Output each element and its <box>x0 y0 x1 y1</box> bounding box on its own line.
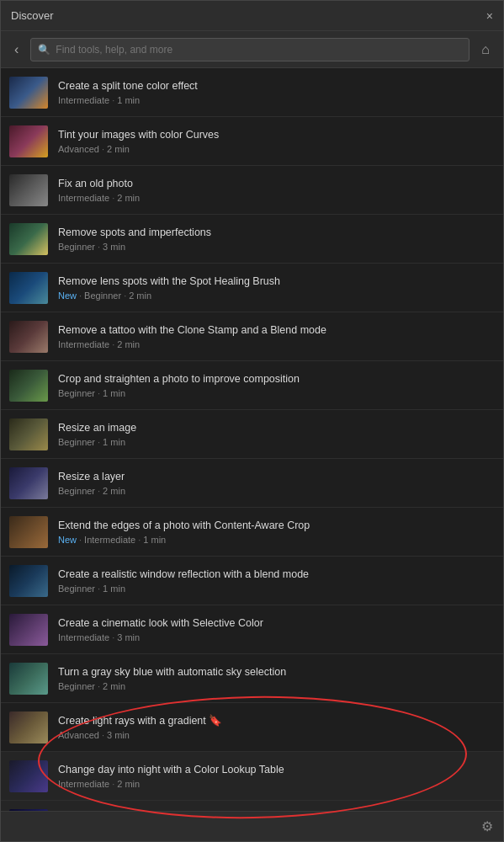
item-title: Create light rays with a gradient 🔖 <box>58 714 493 727</box>
item-meta: Advanced·2 min <box>58 144 493 154</box>
search-input[interactable] <box>56 44 462 56</box>
item-meta: Intermediate·2 min <box>58 779 493 789</box>
item-meta: Advanced·3 min <box>58 730 493 740</box>
item-level: Beginner <box>84 290 121 301</box>
item-time: 2 min <box>117 779 140 789</box>
item-info: Tint your images with color CurvesAdvanc… <box>58 128 493 154</box>
list-item[interactable]: Extend the edges of a photo with Content… <box>1 508 503 557</box>
item-meta: Intermediate·2 min <box>58 193 493 203</box>
thumbnail <box>9 125 48 157</box>
list-item[interactable]: Create light rays with a gradient 🔖Advan… <box>1 703 503 752</box>
thumbnail <box>9 467 48 499</box>
item-time: 3 min <box>117 632 140 642</box>
meta-separator2: · <box>98 437 100 447</box>
item-time: 2 min <box>117 193 140 203</box>
list-item[interactable]: Fix an old photoIntermediate·2 min <box>1 166 503 215</box>
item-level: Advanced <box>58 144 99 154</box>
item-meta: Intermediate·3 min <box>58 632 493 642</box>
list-item[interactable]: Change day into night with a Color Looku… <box>1 752 503 801</box>
meta-separator2: · <box>98 681 100 691</box>
item-info: Fix an old photoIntermediate·2 min <box>58 177 493 203</box>
item-time: 2 min <box>103 681 125 691</box>
item-info: Resize an imageBeginner·1 min <box>58 421 493 447</box>
thumbnail <box>9 174 48 206</box>
item-time: 2 min <box>107 144 130 154</box>
item-time: 2 min <box>129 290 151 301</box>
meta-separator2: · <box>112 779 114 789</box>
meta-separator2: · <box>102 730 104 740</box>
thumbnail <box>9 663 48 695</box>
meta-separator2: · <box>102 144 104 154</box>
meta-separator2: · <box>98 486 100 496</box>
item-title: Create a realistic window reflection wit… <box>58 568 493 581</box>
item-level: Beginner <box>58 584 95 594</box>
list-item[interactable]: Remove a tattoo with the Clone Stamp and… <box>1 312 503 361</box>
list-item[interactable]: Add a colorful dual lighting effect to a… <box>1 801 503 811</box>
thumbnail <box>9 809 48 812</box>
item-time: 2 min <box>103 486 125 496</box>
item-time: 1 min <box>117 95 140 105</box>
item-level: Advanced <box>58 730 99 740</box>
item-info: Remove spots and imperfectionsBeginner·3… <box>58 226 493 252</box>
item-time: 1 min <box>103 584 125 594</box>
item-level: Intermediate <box>84 535 135 545</box>
list-item[interactable]: Resize a layerBeginner·2 min <box>1 459 503 508</box>
close-button[interactable]: × <box>486 10 493 22</box>
item-level: Intermediate <box>58 779 109 789</box>
list-item[interactable]: Crop and straighten a photo to improve c… <box>1 361 503 410</box>
back-button[interactable]: ‹ <box>9 39 24 61</box>
item-time: 1 min <box>103 388 125 398</box>
item-meta: New·Intermediate·1 min <box>58 535 493 545</box>
thumbnail <box>9 760 48 792</box>
item-info: Crop and straighten a photo to improve c… <box>58 372 493 398</box>
list-item[interactable]: Remove lens spots with the Spot Healing … <box>1 264 503 312</box>
item-level: Beginner <box>58 388 95 398</box>
search-icon: 🔍 <box>38 44 50 56</box>
window-title: Discover <box>11 9 54 22</box>
list-item[interactable]: Turn a gray sky blue with automatic sky … <box>1 654 503 703</box>
meta-separator2: · <box>112 193 114 203</box>
item-title: Resize a layer <box>58 470 493 483</box>
list-item[interactable]: Create a split tone color effectIntermed… <box>1 68 503 117</box>
thumbnail <box>9 223 48 255</box>
title-bar: Discover × <box>1 1 503 31</box>
item-title: Create a split tone color effect <box>58 79 493 93</box>
item-time: 2 min <box>117 339 140 349</box>
item-meta: Beginner·2 min <box>58 681 493 691</box>
thumbnail <box>9 321 48 353</box>
item-info: Create a realistic window reflection wit… <box>58 568 493 594</box>
item-time: 3 min <box>107 730 130 740</box>
item-info: Create a split tone color effectIntermed… <box>58 79 493 105</box>
item-meta: Beginner·1 min <box>58 437 493 447</box>
new-badge: New <box>58 535 77 545</box>
list-item[interactable]: Remove spots and imperfectionsBeginner·3… <box>1 215 503 264</box>
list-item[interactable]: Tint your images with color CurvesAdvanc… <box>1 117 503 166</box>
item-info: Remove a tattoo with the Clone Stamp and… <box>58 323 493 349</box>
settings-icon[interactable]: ⚙ <box>481 818 493 834</box>
item-info: Resize a layerBeginner·2 min <box>58 470 493 496</box>
item-time: 1 min <box>103 437 125 447</box>
discover-window: Discover × ‹ 🔍 ⌂ Create a split tone col… <box>0 0 504 842</box>
item-meta: Beginner·2 min <box>58 486 493 496</box>
meta-separator2: · <box>98 388 100 398</box>
item-meta: Beginner·1 min <box>58 584 493 594</box>
thumbnail <box>9 272 48 304</box>
list-item[interactable]: Create a realistic window reflection wit… <box>1 557 503 605</box>
meta-separator2: · <box>98 242 100 252</box>
item-title: Remove a tattoo with the Clone Stamp and… <box>58 323 493 337</box>
item-title: Turn a gray sky blue with automatic sky … <box>58 665 493 679</box>
meta-separator2: · <box>112 632 114 642</box>
thumbnail <box>9 370 48 402</box>
item-info: Turn a gray sky blue with automatic sky … <box>58 665 493 691</box>
item-title: Tint your images with color Curves <box>58 128 493 141</box>
list-item[interactable]: Resize an imageBeginner·1 min <box>1 410 503 459</box>
list-item[interactable]: Create a cinematic look with Selective C… <box>1 605 503 654</box>
item-meta: New·Beginner·2 min <box>58 290 493 301</box>
item-title: Change day into night with a Color Looku… <box>58 763 493 776</box>
item-title: Create a cinematic look with Selective C… <box>58 616 493 630</box>
item-meta: Intermediate·2 min <box>58 339 493 349</box>
content-list: Create a split tone color effectIntermed… <box>1 68 503 811</box>
home-button[interactable]: ⌂ <box>476 39 495 61</box>
item-info: Create a cinematic look with Selective C… <box>58 616 493 642</box>
thumbnail <box>9 418 48 450</box>
